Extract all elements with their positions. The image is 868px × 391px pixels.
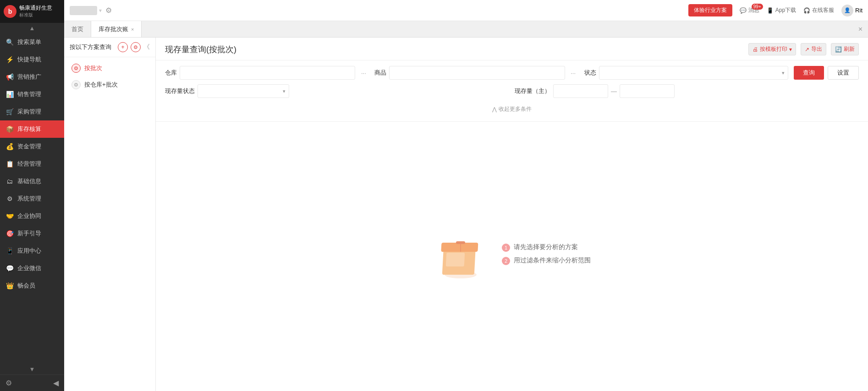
- user-avatar: 👤: [841, 5, 853, 16]
- sidebar-item-sales[interactable]: 📊 销售管理: [0, 86, 64, 103]
- refresh-icon: 🔄: [835, 46, 842, 53]
- tab-home-label: 首页: [71, 25, 83, 33]
- solution-icon-batch: ⚙: [71, 64, 81, 73]
- warehouse-more-button[interactable]: ···: [358, 67, 369, 78]
- empty-illustration: [433, 229, 488, 284]
- sidebar-item-quick-nav[interactable]: ⚡ 快捷导航: [0, 51, 64, 68]
- query-button[interactable]: 查询: [794, 66, 824, 80]
- user-name: Rit: [855, 7, 863, 14]
- collapse-more-button[interactable]: ⋀ 收起更多条件: [165, 103, 859, 116]
- add-solution-button[interactable]: +: [118, 42, 128, 52]
- product-input[interactable]: [389, 66, 565, 80]
- filter-stock-status: 现存量状态: [165, 84, 509, 98]
- app-download-button[interactable]: 📱 App下载: [767, 6, 796, 14]
- status-select-wrap: [599, 66, 788, 80]
- sidebar-nav: 🔍 搜索菜单 ⚡ 快捷导航 📢 营销推广 📊 销售管理 🛒 采购管理 📦 库存核…: [0, 33, 64, 364]
- filter-status: 状态: [584, 66, 788, 80]
- print-expand-icon: ▾: [789, 46, 792, 53]
- service-icon: 🎧: [803, 7, 810, 14]
- stock-status-select[interactable]: [198, 84, 289, 98]
- page-title: 现存量查询(按批次): [165, 44, 236, 60]
- sidebar-item-inventory[interactable]: 📦 库存核算: [0, 120, 64, 138]
- filter-settings-button[interactable]: 设置: [828, 66, 859, 80]
- solution-item-by-batch[interactable]: ⚙ 按批次: [64, 60, 155, 76]
- solution-item-by-warehouse-batch[interactable]: ⚙ 按仓库+批次: [64, 76, 155, 93]
- stock-status-label: 现存量状态: [165, 87, 195, 95]
- svg-rect-3: [446, 253, 465, 266]
- sidebar-item-purchase[interactable]: 🛒 采购管理: [0, 103, 64, 120]
- filter-area: 仓库 ··· 商品 ··· 状态: [156, 60, 868, 122]
- sidebar-item-search[interactable]: 🔍 搜索菜单: [0, 33, 64, 51]
- marketing-icon: 📢: [5, 73, 14, 81]
- page-title-actions: 🖨 按模板打印 ▾ ↗ 导出 🔄 刷新: [748, 43, 859, 60]
- quick-nav-icon: ⚡: [5, 55, 14, 64]
- sidebar-item-finance[interactable]: 💰 资金管理: [0, 138, 64, 155]
- tab-inventory-batch[interactable]: 库存批次账 ×: [91, 21, 142, 37]
- export-icon: ↗: [805, 46, 809, 53]
- sales-icon: 📊: [5, 90, 14, 98]
- right-main: 现存量查询(按批次) 🖨 按模板打印 ▾ ↗ 导出 🔄 刷新: [156, 38, 868, 391]
- sidebar-header: b 畅康通好生意 标准版: [0, 0, 64, 23]
- stock-qty-label: 现存量（主）: [515, 87, 550, 95]
- collapse-chevron-up-icon: ⋀: [492, 106, 497, 113]
- left-panel-actions: + ⚙ 《: [118, 42, 150, 52]
- sidebar-item-newbie[interactable]: 🎯 新手引导: [0, 225, 64, 242]
- status-select[interactable]: [599, 66, 788, 80]
- online-service-button[interactable]: 🎧 在线客服: [803, 6, 834, 14]
- print-icon: 🖨: [753, 46, 758, 53]
- app-download-icon: 📱: [767, 7, 774, 14]
- tab-home[interactable]: 首页: [64, 21, 91, 37]
- sidebar-item-marketing[interactable]: 📢 营销推广: [0, 68, 64, 86]
- empty-hint-2: 2 用过滤条件来缩小分析范围: [502, 256, 591, 265]
- user-avatar-icon: 👤: [844, 7, 851, 13]
- sidebar-scroll-up[interactable]: ▲: [0, 23, 64, 33]
- svg-rect-5: [456, 241, 465, 244]
- sidebar-item-wechat[interactable]: 💬 企业微信: [0, 260, 64, 277]
- stock-qty-from-input[interactable]: [553, 84, 608, 98]
- system-icon: ⚙: [5, 195, 14, 203]
- sidebar-footer: ⚙ ◀: [0, 375, 64, 391]
- solution-label-batch: 按批次: [84, 64, 102, 72]
- refresh-button[interactable]: 🔄 刷新: [831, 43, 859, 55]
- export-button[interactable]: ↗ 导出: [801, 43, 826, 55]
- filter-row-2: 现存量状态 现存量（主） —: [165, 84, 859, 98]
- tabs-close-all-button[interactable]: ×: [853, 25, 868, 33]
- sidebar-item-cooperation[interactable]: 🤝 企业协同: [0, 207, 64, 225]
- inventory-icon: 📦: [5, 125, 14, 133]
- filter-row-1: 仓库 ··· 商品 ··· 状态: [165, 66, 859, 80]
- sidebar-item-operation[interactable]: 📋 经营管理: [0, 155, 64, 173]
- sidebar-item-system[interactable]: ⚙ 系统管理: [0, 190, 64, 207]
- empty-hint-1: 1 请先选择要分析的方案: [502, 243, 591, 252]
- wechat-icon: 💬: [5, 264, 14, 272]
- empty-text: 1 请先选择要分析的方案 2 用过滤条件来缩小分析范围: [502, 243, 591, 270]
- warehouse-input[interactable]: [180, 66, 355, 80]
- sidebar-item-member[interactable]: 👑 畅会员: [0, 277, 64, 294]
- product-more-button[interactable]: ···: [568, 67, 579, 78]
- panel-collapse-button[interactable]: 《: [143, 43, 150, 51]
- stock-qty-to-input[interactable]: [620, 84, 675, 98]
- solution-list: ⚙ 按批次 ⚙ 按仓库+批次: [64, 57, 155, 96]
- stock-status-select-wrap: [198, 84, 289, 98]
- search-nav-icon: 🔍: [5, 38, 14, 46]
- sidebar-collapse-icon[interactable]: ◀: [53, 379, 59, 387]
- sidebar-scroll-down[interactable]: ▼: [0, 364, 64, 375]
- solution-settings-button[interactable]: ⚙: [131, 42, 141, 52]
- cooperation-icon: 🤝: [5, 212, 14, 220]
- left-panel: 按以下方案查询 + ⚙ 《 ⚙ 按批次 ⚙ 按仓库+批次: [64, 38, 156, 391]
- sidebar-item-basic[interactable]: 🗂 基础信息: [0, 173, 64, 190]
- breadcrumb: ▾: [70, 6, 102, 15]
- step-2-badge: 2: [502, 257, 510, 265]
- topbar-right: 体验行业方案 💬 消息 99+ 📱 App下载 🎧 在线客服 👤 Rit: [688, 4, 863, 16]
- print-template-button[interactable]: 🖨 按模板打印 ▾: [748, 43, 796, 55]
- topbar-gear-icon[interactable]: ⚙: [105, 6, 112, 15]
- trial-button[interactable]: 体验行业方案: [688, 4, 732, 16]
- sidebar-item-app-center[interactable]: 📱 应用中心: [0, 242, 64, 260]
- tabs-bar: 首页 库存批次账 × ×: [64, 21, 868, 38]
- tab-close-icon[interactable]: ×: [131, 27, 134, 32]
- messages-button[interactable]: 💬 消息 99+: [740, 6, 759, 14]
- sidebar-settings-icon[interactable]: ⚙: [5, 379, 12, 387]
- user-profile[interactable]: 👤 Rit: [841, 5, 863, 16]
- purchase-icon: 🛒: [5, 108, 14, 116]
- step-1-badge: 1: [502, 244, 510, 252]
- filter-product: 商品 ···: [374, 66, 578, 80]
